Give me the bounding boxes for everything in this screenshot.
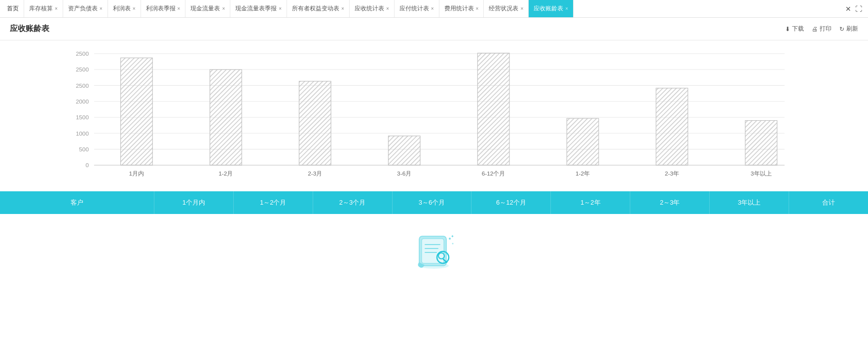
main-content: 2500 2500 2500 2000 1500 1000 500 0 bbox=[0, 40, 868, 355]
tab-profit-loss[interactable]: 利润表× bbox=[108, 0, 141, 18]
empty-document-icon: ✦ bbox=[409, 229, 459, 273]
svg-text:✦: ✦ bbox=[451, 234, 454, 239]
svg-text:2500: 2500 bbox=[76, 66, 89, 73]
th-total: 合计 bbox=[789, 191, 868, 214]
svg-text:1-2月: 1-2月 bbox=[218, 170, 233, 177]
tab-ar-aging[interactable]: 应收账龄表× bbox=[529, 0, 574, 18]
refresh-label: 刷新 bbox=[846, 25, 858, 33]
tab-label: 应收统计表 bbox=[355, 4, 384, 13]
empty-state: ✦ bbox=[0, 214, 868, 283]
tab-label: 利润表 bbox=[113, 4, 131, 13]
window-actions: ✕ ⛶ bbox=[845, 5, 866, 13]
th-year2to3: 2～3年 bbox=[630, 191, 710, 214]
tab-close-cash-flow[interactable]: × bbox=[222, 6, 225, 11]
svg-rect-18 bbox=[121, 58, 153, 165]
svg-text:2500: 2500 bbox=[76, 82, 89, 89]
page-title: 应收账龄表 bbox=[10, 24, 49, 34]
chart-area: 2500 2500 2500 2000 1500 1000 500 0 bbox=[0, 40, 868, 191]
svg-text:2000: 2000 bbox=[76, 98, 89, 105]
svg-text:3-6月: 3-6月 bbox=[397, 170, 411, 177]
svg-text:1500: 1500 bbox=[76, 114, 89, 121]
svg-text:2-3年: 2-3年 bbox=[665, 170, 679, 177]
download-label: 下载 bbox=[792, 25, 804, 33]
tab-label: 费用统计表 bbox=[444, 4, 474, 13]
th-year3plus: 3年以上 bbox=[710, 191, 789, 214]
tab-close-cash-flow-quarterly[interactable]: × bbox=[279, 6, 282, 11]
svg-rect-26 bbox=[477, 53, 509, 165]
svg-rect-22 bbox=[299, 81, 331, 165]
tab-home-label: 首页 bbox=[7, 4, 19, 13]
svg-text:1000: 1000 bbox=[76, 130, 89, 137]
download-button[interactable]: ⬇ 下载 bbox=[785, 25, 804, 33]
tab-profit-quarterly[interactable]: 利润表季报× bbox=[141, 0, 186, 18]
tab-close-ar-stats[interactable]: × bbox=[386, 6, 389, 11]
tab-close-ap-stats[interactable]: × bbox=[431, 6, 434, 11]
tab-close-inventory[interactable]: × bbox=[55, 6, 58, 11]
tab-ar-stats[interactable]: 应收统计表× bbox=[350, 0, 395, 18]
svg-rect-30 bbox=[656, 88, 688, 165]
page-header: 应收账龄表 ⬇ 下载 🖨 打印 ↻ 刷新 bbox=[0, 18, 868, 40]
th-year1to2: 1～2年 bbox=[551, 191, 630, 214]
svg-text:1-2年: 1-2年 bbox=[576, 170, 590, 177]
svg-text:2500: 2500 bbox=[76, 50, 89, 57]
svg-rect-32 bbox=[745, 120, 777, 165]
maximize-window-button[interactable]: ⛶ bbox=[855, 5, 862, 13]
th-month1to2: 1～2个月 bbox=[234, 191, 313, 214]
th-month1: 1个月内 bbox=[154, 191, 234, 214]
tab-home[interactable]: 首页 bbox=[2, 0, 24, 18]
tab-label: 经营状况表 bbox=[489, 4, 518, 13]
tab-operations[interactable]: 经营状况表× bbox=[484, 0, 529, 18]
refresh-button[interactable]: ↻ 刷新 bbox=[839, 25, 858, 33]
tab-close-expense-stats[interactable]: × bbox=[476, 6, 479, 11]
svg-rect-28 bbox=[567, 118, 599, 165]
svg-rect-20 bbox=[210, 70, 242, 165]
th-month2to3: 2～3个月 bbox=[313, 191, 393, 214]
print-icon: 🖨 bbox=[812, 26, 818, 33]
tab-inventory[interactable]: 库存核算× bbox=[24, 0, 63, 18]
th-month3to6: 3～6个月 bbox=[393, 191, 472, 214]
tab-expense-stats[interactable]: 费用统计表× bbox=[439, 0, 484, 18]
bar-chart: 2500 2500 2500 2000 1500 1000 500 0 bbox=[10, 48, 858, 186]
tab-ap-stats[interactable]: 应付统计表× bbox=[395, 0, 439, 18]
print-label: 打印 bbox=[820, 25, 832, 33]
svg-rect-36 bbox=[422, 239, 444, 263]
table-header: 客户1个月内1～2个月2～3个月3～6个月6～12个月1～2年2～3年3年以上合… bbox=[0, 191, 868, 214]
tab-label: 应收账龄表 bbox=[534, 4, 563, 13]
tab-close-operations[interactable]: × bbox=[520, 6, 523, 11]
tab-close-balance-sheet[interactable]: × bbox=[100, 6, 103, 11]
print-button[interactable]: 🖨 打印 bbox=[812, 25, 832, 33]
svg-text:3年以上: 3年以上 bbox=[751, 170, 772, 177]
svg-point-44 bbox=[452, 243, 454, 245]
tab-label: 利润表季报 bbox=[146, 4, 176, 13]
tab-close-equity-changes[interactable]: × bbox=[341, 6, 344, 11]
svg-rect-24 bbox=[388, 136, 420, 165]
svg-text:1月内: 1月内 bbox=[129, 170, 145, 177]
tab-equity-changes[interactable]: 所有者权益变动表× bbox=[287, 0, 350, 18]
tab-label: 资产负债表 bbox=[68, 4, 98, 13]
svg-text:500: 500 bbox=[79, 146, 89, 153]
tab-cash-flow[interactable]: 现金流量表× bbox=[185, 0, 230, 18]
tab-label: 所有者权益变动表 bbox=[292, 4, 339, 13]
svg-text:2-3月: 2-3月 bbox=[308, 170, 322, 177]
tab-bar: 首页 库存核算×资产负债表×利润表×利润表季报×现金流量表×现金流量表季报×所有… bbox=[0, 0, 868, 18]
svg-text:6-12个月: 6-12个月 bbox=[482, 170, 506, 177]
tab-label: 现金流量表 bbox=[190, 4, 220, 13]
tab-cash-flow-quarterly[interactable]: 现金流量表季报× bbox=[230, 0, 287, 18]
th-month6to12: 6～12个月 bbox=[471, 191, 551, 214]
header-actions: ⬇ 下载 🖨 打印 ↻ 刷新 bbox=[785, 25, 858, 33]
tab-balance-sheet[interactable]: 资产负债表× bbox=[63, 0, 108, 18]
tab-label: 现金流量表季报 bbox=[235, 4, 277, 13]
th-customer: 客户 bbox=[0, 191, 154, 214]
close-window-button[interactable]: ✕ bbox=[845, 5, 851, 13]
tab-close-profit-quarterly[interactable]: × bbox=[178, 6, 181, 11]
svg-text:0: 0 bbox=[85, 162, 89, 169]
refresh-icon: ↻ bbox=[839, 26, 844, 33]
download-icon: ⬇ bbox=[785, 26, 790, 33]
tab-close-profit-loss[interactable]: × bbox=[133, 6, 136, 11]
tab-close-ar-aging[interactable]: × bbox=[565, 6, 568, 11]
tab-label: 应付统计表 bbox=[399, 4, 429, 13]
tab-label: 库存核算 bbox=[29, 4, 53, 13]
